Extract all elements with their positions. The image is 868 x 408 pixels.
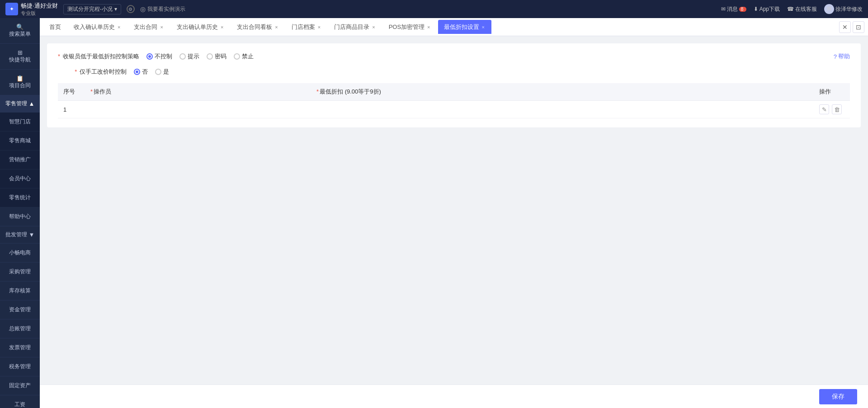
sidebar-item-retail-mall[interactable]: 零售商城 (0, 131, 40, 150)
edit-icon[interactable]: ✎ (819, 104, 829, 114)
sidebar: 🔍 搜索菜单 ⊞ 快捷导航 📋 项目合同 零售管理 ▲ 智慧门店 零售商城 营销… (0, 18, 40, 408)
chevron-down-icon: ▼ (29, 231, 35, 238)
tab-payment-confirm-history[interactable]: 支出确认单历史 × (171, 20, 230, 34)
cell-operator (85, 101, 311, 118)
tab-pos-password[interactable]: POS加密管理 × (383, 20, 437, 34)
sidebar-item-marketing[interactable]: 营销推广 (0, 150, 40, 169)
table-header: 序号 *操作员 *最低折扣 (9.00等于9折) 操作 (58, 83, 850, 101)
settings-icon[interactable]: ⚙ (127, 5, 135, 13)
sidebar-item-inventory[interactable]: 库存核算 (0, 281, 40, 300)
sidebar-item-member-center[interactable]: 会员中心 (0, 169, 40, 188)
manual-radio-group: 否 是 (134, 68, 169, 76)
chevron-down-icon: ▾ (114, 6, 117, 12)
search-icon: 🔍 (2, 23, 38, 30)
sidebar-item-purchase-mgmt[interactable]: 采购管理 (0, 263, 40, 281)
discount-table: 序号 *操作员 *最低折扣 (9.00等于9折) 操作 (58, 83, 850, 118)
tab-close-store-product-catalog[interactable]: × (371, 24, 376, 30)
tab-close-min-discount-settings[interactable]: × (481, 24, 486, 30)
sidebar-item-retail-stats[interactable]: 零售统计 (0, 188, 40, 207)
strategy-radio-group: 不控制 提示 密码 禁止 (146, 52, 254, 61)
sidebar-item-project-contract[interactable]: 📋 项目合同 (0, 70, 40, 95)
download-icon: ⬇ (754, 6, 758, 12)
customer-service-btn[interactable]: ☎ 在线客服 (787, 5, 817, 13)
th-min-discount: *最低折扣 (9.00等于9折) (311, 83, 814, 101)
user-avatar: 用 (824, 4, 834, 14)
sidebar-item-smart-store[interactable]: 智慧门店 (0, 113, 40, 131)
messages-badge: 8 (739, 7, 746, 12)
tab-close-payment-confirm-history[interactable]: × (220, 24, 224, 30)
form-card: * 收银员低于最低折扣控制策略 不控制 提示 (47, 43, 861, 127)
radio-manual-yes[interactable]: 是 (155, 68, 169, 76)
cell-min-discount (311, 101, 814, 118)
save-button[interactable]: 保存 (819, 389, 857, 404)
tab-close-all-btn[interactable]: ✕ (839, 21, 851, 33)
topbar: ✦ 畅捷·通好业财 专业版 测试分开完程-小况 ▾ ⚙ ◎ 我要看实例演示 ✉ … (0, 0, 868, 18)
radio-dot-forbid (234, 53, 240, 60)
tab-min-discount-settings[interactable]: 最低折扣设置 × (438, 20, 491, 34)
tab-expand-btn[interactable]: ⊡ (853, 21, 864, 33)
demo-link[interactable]: ◎ 我要看实例演示 (140, 5, 185, 13)
th-actions: 操作 (814, 83, 850, 101)
sidebar-item-fixed-assets[interactable]: 固定资产 (0, 376, 40, 395)
sidebar-item-wholesale-mgmt[interactable]: 批发管理 ▼ (0, 226, 40, 244)
tab-close-payment-contract-board[interactable]: × (274, 24, 278, 30)
topbar-actions: ✉ 消息 8 ⬇ App下载 ☎ 在线客服 用 徐泽华修改 (721, 4, 863, 14)
app-download-btn[interactable]: ⬇ App下载 (754, 5, 780, 13)
tab-close-payment-contract[interactable]: × (159, 24, 164, 30)
radio-dot-manual-yes (155, 69, 161, 75)
radio-no-control[interactable]: 不控制 (146, 52, 172, 61)
message-icon: ✉ (721, 6, 726, 12)
radio-dot-password (207, 53, 213, 60)
sidebar-item-invoice-mgmt[interactable]: 发票管理 (0, 338, 40, 357)
action-icons: ✎ 🗑 (819, 104, 844, 114)
page-footer: 保存 (40, 385, 868, 408)
tab-payment-contract-board[interactable]: 支出合同看板 × (231, 20, 284, 34)
headset-icon: ☎ (787, 6, 794, 12)
tab-payment-contract[interactable]: 支出合同 × (128, 20, 170, 34)
project-name: 测试分开完程-小况 (67, 5, 113, 13)
tab-close-store-files[interactable]: × (317, 24, 321, 30)
project-selector[interactable]: 测试分开完程-小况 ▾ (63, 4, 121, 14)
help-link[interactable]: ? 帮助 (834, 52, 850, 61)
grid-icon: ⊞ (2, 49, 38, 56)
sidebar-item-tax-mgmt[interactable]: 税务管理 (0, 357, 40, 376)
sidebar-sub-retail: 智慧门店 零售商城 营销推广 会员中心 零售统计 (0, 113, 40, 207)
tab-home[interactable]: 首页 (43, 20, 67, 34)
table-body: 1 ✎ 🗑 (58, 101, 850, 118)
sidebar-item-search[interactable]: 🔍 搜索菜单 (0, 18, 40, 44)
tab-controls: ✕ ⊡ (839, 21, 864, 33)
sidebar-item-ecommerce[interactable]: 小畅电商 (0, 244, 40, 263)
sidebar-item-ledger[interactable]: 总账管理 (0, 319, 40, 338)
radio-dot-prompt (179, 53, 186, 60)
tab-store-product-catalog[interactable]: 门店商品目录 × (328, 20, 382, 34)
radio-prompt[interactable]: 提示 (179, 52, 199, 61)
messages-btn[interactable]: ✉ 消息 8 (721, 5, 746, 13)
sidebar-item-finance[interactable]: 资金管理 (0, 300, 40, 319)
table-wrapper: 序号 *操作员 *最低折扣 (9.00等于9折) 操作 (58, 83, 850, 118)
radio-password[interactable]: 密码 (207, 52, 226, 61)
manual-label: * 仅手工改价时控制 (58, 68, 130, 76)
cell-seq: 1 (58, 101, 85, 118)
contract-icon: 📋 (2, 75, 38, 82)
radio-manual-no[interactable]: 否 (134, 68, 148, 76)
content-area: 首页 收入确认单历史 × 支出合同 × 支出确认单历史 × 支出合同看板 × 门… (40, 18, 868, 408)
th-seq: 序号 (58, 83, 85, 101)
sidebar-item-retail-mgmt[interactable]: 零售管理 ▲ (0, 95, 40, 113)
logo-icon: ✦ (5, 3, 18, 15)
tab-close-income-history[interactable]: × (117, 24, 121, 30)
sidebar-item-quick-nav[interactable]: ⊞ 快捷导航 (0, 44, 40, 70)
tab-income-history[interactable]: 收入确认单历史 × (68, 20, 127, 34)
chevron-up-icon: ▲ (29, 100, 35, 107)
sidebar-item-help-center[interactable]: 帮助中心 (0, 207, 40, 226)
user-menu[interactable]: 用 徐泽华修改 (824, 4, 863, 14)
logo-text: 畅捷·通好业财 (21, 2, 58, 10)
strategy-row: * 收银员低于最低折扣控制策略 不控制 提示 (58, 52, 850, 61)
delete-icon[interactable]: 🗑 (832, 104, 842, 114)
sidebar-item-payroll[interactable]: 工资 (0, 395, 40, 408)
radio-forbid[interactable]: 禁止 (234, 52, 254, 61)
tab-close-pos-password[interactable]: × (426, 24, 431, 30)
cell-actions: ✎ 🗑 (814, 101, 850, 118)
help-icon: ? (834, 53, 837, 60)
tab-store-files[interactable]: 门店档案 × (286, 20, 327, 34)
logo-badge: 专业版 (21, 10, 58, 17)
